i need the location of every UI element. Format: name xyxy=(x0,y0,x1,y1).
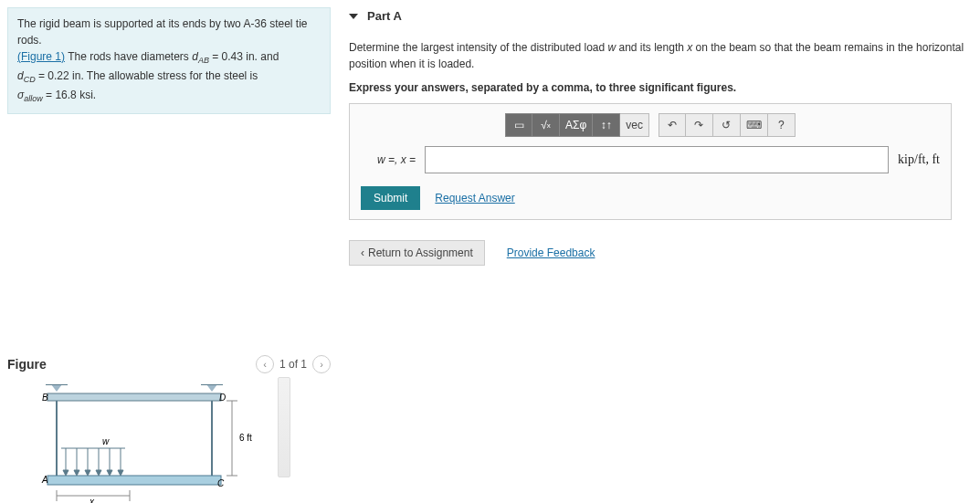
figure-image: B D A C w x 6 ft 8 ft xyxy=(7,381,270,503)
svg-marker-10 xyxy=(63,470,68,476)
figure-prev-button[interactable]: ‹ xyxy=(256,355,274,373)
d-ab-sub: AB xyxy=(198,56,209,65)
figure-pager: ‹ 1 of 1 › xyxy=(256,355,331,373)
tb-undo-button[interactable]: ↶ xyxy=(659,113,686,137)
equation-toolbar: ▭ √x ΑΣφ ↕↑ vec ↶ ↷ ↺ ⌨ ? xyxy=(361,113,940,137)
problem-statement: The rigid beam is supported at its ends … xyxy=(7,7,331,114)
part-title: Part A xyxy=(367,9,402,23)
label-x: x xyxy=(89,497,95,503)
return-label: Return to Assignment xyxy=(368,246,473,259)
figure-page-count: 1 of 1 xyxy=(279,358,307,371)
label-B: B xyxy=(42,393,48,403)
svg-rect-4 xyxy=(47,393,221,401)
svg-marker-14 xyxy=(85,470,90,476)
tb-templates-button[interactable]: ▭ xyxy=(505,113,532,137)
part-header[interactable]: Part A xyxy=(349,7,969,32)
answer-units: kip/ft, ft xyxy=(898,152,940,167)
d-cd-sub: CD xyxy=(24,75,36,84)
figure-title: Figure xyxy=(7,357,47,372)
d-cd-sym: d xyxy=(17,69,24,82)
svg-rect-7 xyxy=(47,476,221,485)
svg-marker-20 xyxy=(118,470,123,476)
problem-line1: The rigid beam is supported at its ends … xyxy=(17,17,308,47)
sigma-val: = 16.8 ksi. xyxy=(43,89,96,101)
svg-marker-12 xyxy=(74,470,79,476)
instruction-1: Determine the largest intensity of the d… xyxy=(349,39,969,72)
tb-redo-button[interactable]: ↷ xyxy=(686,113,713,137)
submit-button[interactable]: Submit xyxy=(361,186,420,210)
label-A: A xyxy=(41,475,48,485)
label-D: D xyxy=(219,393,226,403)
tb-greek-button[interactable]: ΑΣφ xyxy=(560,113,593,137)
svg-marker-1 xyxy=(206,384,217,392)
sigma-sub: allow xyxy=(24,94,43,103)
tb-vec-button[interactable]: vec xyxy=(620,113,649,137)
label-C: C xyxy=(217,478,225,488)
chevron-left-icon: ‹ xyxy=(361,246,364,259)
figure-scrollbar[interactable] xyxy=(278,377,290,477)
svg-marker-16 xyxy=(96,470,101,476)
svg-marker-0 xyxy=(51,384,62,392)
label-w: w xyxy=(102,436,110,446)
request-answer-link[interactable]: Request Answer xyxy=(435,192,514,204)
tb-keyboard-button[interactable]: ⌨ xyxy=(741,113,768,137)
figure-link[interactable]: (Figure 1) xyxy=(17,50,65,63)
tb-help-button[interactable]: ? xyxy=(768,113,796,137)
tb-sqrt-button[interactable]: √x xyxy=(532,113,560,137)
return-button[interactable]: ‹ Return to Assignment xyxy=(349,240,485,266)
d-cd-val: = 0.22 in. The allowable stress for the … xyxy=(36,69,258,82)
figure-next-button[interactable]: › xyxy=(312,355,331,373)
tb-arrows-button[interactable]: ↕↑ xyxy=(593,113,620,137)
label-h: 6 ft xyxy=(239,433,252,443)
tb-reset-button[interactable]: ↺ xyxy=(713,113,741,137)
problem-line2a: The rods have diameters xyxy=(65,50,192,63)
svg-marker-18 xyxy=(107,470,112,476)
answer-input[interactable] xyxy=(425,146,889,173)
collapse-caret-icon xyxy=(349,14,358,19)
answer-area: ▭ √x ΑΣφ ↕↑ vec ↶ ↷ ↺ ⌨ ? w =, x = kip/f… xyxy=(349,103,952,220)
d-ab-sym: d xyxy=(192,50,198,63)
answer-label: w =, x = xyxy=(361,153,416,166)
instruction-2: Express your answers, separated by a com… xyxy=(349,79,969,96)
d-ab-val: = 0.43 in. and xyxy=(209,50,279,63)
provide-feedback-link[interactable]: Provide Feedback xyxy=(507,246,595,259)
